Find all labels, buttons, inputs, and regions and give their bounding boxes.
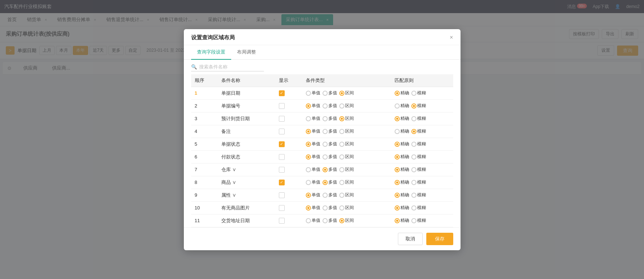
modal-search-area: 🔍 [184,60,461,74]
modal-title: 设置查询区域布局 [191,34,235,41]
modal-tabs: 查询字段设置 布局调整 [184,45,461,60]
modal-table: 顺序 条件名称 显示 条件类型 匹配原则 1单据日期单值多值区间精确模糊2单据编… [191,74,453,78]
search-input[interactable] [199,64,257,70]
search-icon: 🔍 [191,64,197,70]
modal-header: 设置查询区域布局 × [184,29,461,45]
th-type: 条件类型 [302,74,391,78]
th-display: 显示 [275,74,302,78]
modal-dialog: 设置查询区域布局 × 查询字段设置 布局调整 🔍 顺序 条件名称 显示 [184,29,461,78]
modal-table-wrap: 顺序 条件名称 显示 条件类型 匹配原则 1单据日期单值多值区间精确模糊2单据编… [184,74,461,78]
th-seq: 顺序 [191,74,218,78]
modal-tab-layout[interactable]: 布局调整 [231,45,262,60]
modal-overlay: 设置查询区域布局 × 查询字段设置 布局调整 🔍 顺序 条件名称 显示 [0,0,644,78]
modal-close-btn[interactable]: × [450,35,453,40]
th-match: 匹配原则 [391,74,453,78]
modal-tab-fields[interactable]: 查询字段设置 [191,45,231,60]
th-name: 条件名称 [218,74,275,78]
